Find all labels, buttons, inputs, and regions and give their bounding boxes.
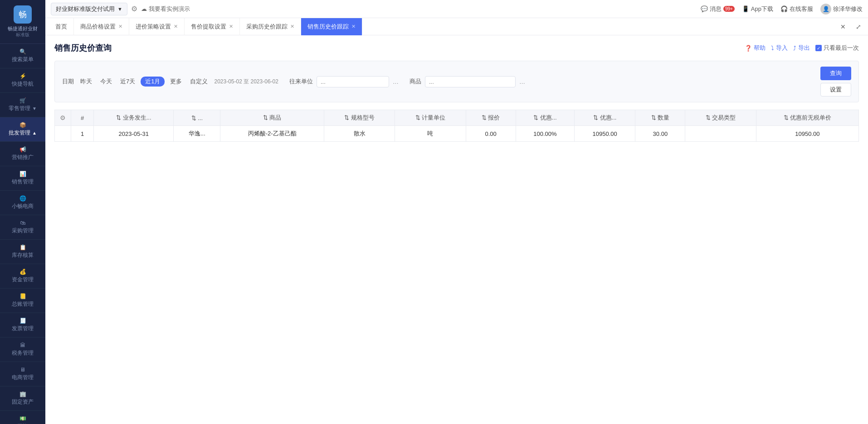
- row-price: 0.00: [466, 126, 516, 142]
- tab-home[interactable]: 首页: [49, 18, 74, 35]
- demo-link[interactable]: ☁ 我要看实例演示: [141, 5, 190, 13]
- row-trade-type: [685, 126, 756, 142]
- table-header-pretax-price[interactable]: ⇅ 优惠前无税单价: [756, 110, 858, 126]
- sidebar-item-label: 营销推广: [12, 154, 34, 161]
- help-button[interactable]: ❓ 帮助: [745, 44, 766, 52]
- sidebar-item-finance[interactable]: 💰 资金管理: [0, 264, 45, 289]
- tab-close-icon[interactable]: ✕: [290, 24, 294, 29]
- sidebar-item-retail[interactable]: 🛒 零售管理 ▼: [0, 93, 45, 117]
- table-header-quantity[interactable]: ⇅ 数量: [635, 110, 685, 126]
- content-area: 销售历史价查询 ❓ 帮助 ⤵ 导入 ⤴ 导出 ✓ 只看最后一次: [45, 35, 868, 424]
- date-opt-more[interactable]: 更多: [167, 77, 185, 87]
- sidebar-item-sales[interactable]: 📊 销售管理: [0, 166, 45, 191]
- app-download-label: App下载: [751, 5, 773, 13]
- sidebar-item-quicknav[interactable]: ⚡ 快捷导航: [0, 68, 45, 93]
- fixed-assets-icon: 🏢: [20, 391, 26, 397]
- sort-icon: ⇅: [784, 114, 789, 121]
- page-title: 销售历史价查询: [54, 43, 112, 53]
- sort-icon: ⇅: [482, 114, 487, 121]
- sidebar-item-ledger[interactable]: 📒 总账管理: [0, 289, 45, 313]
- import-button[interactable]: ⤵ 导入: [771, 44, 788, 52]
- supplier-input[interactable]: [317, 76, 389, 87]
- sidebar-item-label: 发票管理: [12, 325, 34, 332]
- sidebar-item-marketing[interactable]: 📢 营销推广: [0, 142, 45, 166]
- query-button[interactable]: 查询: [820, 67, 851, 80]
- sidebar-item-purchase[interactable]: 🛍 采购管理: [0, 215, 45, 240]
- date-opt-today[interactable]: 今天: [98, 77, 115, 87]
- demo-icon: ☁: [141, 5, 147, 12]
- sidebar-item-tax[interactable]: 🏛 税务管理: [0, 337, 45, 362]
- tab-sale-price-extract[interactable]: 售价提取设置 ✕: [185, 18, 240, 35]
- sidebar-item-search[interactable]: 🔍 搜索菜单: [0, 44, 45, 68]
- table-header-unit[interactable]: ⇅ 计量单位: [395, 110, 466, 126]
- close-window-button[interactable]: ✕: [837, 21, 849, 33]
- chevron-down-icon: ▼: [32, 106, 37, 111]
- date-opt-yesterday[interactable]: 昨天: [78, 77, 95, 87]
- inventory-icon: 📋: [20, 244, 26, 251]
- table-header-col3[interactable]: ⇅ ...: [174, 110, 220, 126]
- settings-button[interactable]: 设置: [820, 83, 851, 96]
- maximize-window-button[interactable]: ⤢: [853, 21, 864, 33]
- tab-label: 销售历史价跟踪: [307, 23, 349, 31]
- table-header-discount2[interactable]: ⇅ 优惠...: [575, 110, 635, 126]
- sidebar-item-inventory[interactable]: 📋 库存核算: [0, 240, 45, 264]
- date-opt-7days[interactable]: 近7天: [117, 77, 138, 87]
- table-header-trade-type[interactable]: ⇅ 交易类型: [685, 110, 756, 126]
- chevron-down-icon: ▼: [117, 6, 122, 12]
- table-header-price[interactable]: ⇅ 报价: [466, 110, 516, 126]
- table-header-product[interactable]: ⇅ 商品: [220, 110, 324, 126]
- tab-purchase-history[interactable]: 采购历史价跟踪 ✕: [240, 18, 301, 35]
- window-controls: ✕ ⤢: [837, 21, 864, 33]
- only-last-checkbox[interactable]: ✓ 只看最后一次: [815, 44, 859, 52]
- supplier-more-icon[interactable]: …: [393, 78, 399, 85]
- table-row: 1 2023-05-31 华逸... 丙烯酸-2-乙基己酯 散水 吨 0.00 …: [55, 126, 859, 142]
- sidebar-item-fixed-assets[interactable]: 🏢 固定资产: [0, 386, 45, 411]
- user-menu[interactable]: 👤 徐泽华修改: [820, 4, 863, 14]
- settings-icon[interactable]: ⚙: [131, 5, 137, 13]
- tab-close-icon[interactable]: ✕: [351, 24, 356, 29]
- tab-label: 商品价格设置: [80, 23, 116, 31]
- sidebar-item-label: 快捷导航: [12, 80, 34, 88]
- tab-close-icon[interactable]: ✕: [229, 24, 233, 29]
- sales-icon: 📊: [20, 171, 26, 177]
- invoice-icon: 🧾: [20, 318, 26, 324]
- sort-icon: ⇅: [651, 114, 656, 121]
- online-service-button[interactable]: 🎧 在线客服: [780, 5, 813, 13]
- edition-selector[interactable]: 好业财标准版交付试用 ▼: [51, 3, 127, 15]
- export-button[interactable]: ⤴ 导出: [793, 44, 810, 52]
- date-opt-1month[interactable]: 近1月: [141, 77, 165, 87]
- product-more-icon[interactable]: …: [519, 78, 525, 85]
- col-label: 业务发生...: [123, 114, 151, 121]
- table-header-spec[interactable]: ⇅ 规格型号: [324, 110, 395, 126]
- demo-text: 我要看实例演示: [149, 5, 190, 13]
- sidebar-item-ecommerce[interactable]: 🖥 电商管理: [0, 362, 45, 386]
- product-filter-label: 商品: [410, 77, 421, 86]
- sidebar-item-label: 批发管理 ▲: [9, 129, 37, 137]
- tab-product-price[interactable]: 商品价格设置 ✕: [74, 18, 129, 35]
- col-label: 优惠前无税单价: [790, 114, 831, 121]
- sidebar-item-wholesale[interactable]: 📦 批发管理 ▲: [0, 117, 45, 142]
- table-header-discount1[interactable]: ⇅ 优惠...: [516, 110, 574, 126]
- tab-close-icon[interactable]: ✕: [118, 24, 122, 29]
- finance-icon: 💰: [20, 269, 26, 275]
- tab-close-icon[interactable]: ✕: [174, 24, 178, 29]
- sidebar-item-salary[interactable]: 💵 工资: [0, 411, 45, 424]
- marketing-icon: 📢: [20, 146, 26, 153]
- messages-button[interactable]: 💬 消息 99+: [701, 5, 735, 13]
- avatar-icon: 👤: [820, 4, 831, 14]
- sort-icon: ⇅: [344, 114, 349, 121]
- date-opt-custom[interactable]: 自定义: [187, 77, 210, 87]
- sidebar-item-ecommerce-small[interactable]: 🌐 小畅电商: [0, 191, 45, 215]
- sidebar-item-invoice[interactable]: 🧾 发票管理: [0, 313, 45, 337]
- tab-purchase-strategy[interactable]: 进价策略设置 ✕: [129, 18, 185, 35]
- edition-selector-text: 好业财标准版交付试用: [56, 5, 115, 13]
- tab-sales-history[interactable]: 销售历史价跟踪 ✕: [301, 18, 362, 35]
- sidebar: 畅 畅捷通好业财 标准版 🔍 搜索菜单 ⚡ 快捷导航 🛒 零售管理 ▼ 📦 批发…: [0, 0, 45, 424]
- product-input[interactable]: [425, 76, 516, 87]
- topbar: 好业财标准版交付试用 ▼ ⚙ ☁ 我要看实例演示 💬 消息 99+ 📱 App下…: [45, 0, 868, 18]
- user-name: 徐泽华修改: [833, 5, 863, 13]
- table-header-date[interactable]: ⇅ 业务发生...: [94, 110, 174, 126]
- table-gear-icon[interactable]: ⚙: [60, 114, 66, 121]
- sort-icon: ⇅: [191, 115, 196, 121]
- app-download-button[interactable]: 📱 App下载: [742, 5, 773, 13]
